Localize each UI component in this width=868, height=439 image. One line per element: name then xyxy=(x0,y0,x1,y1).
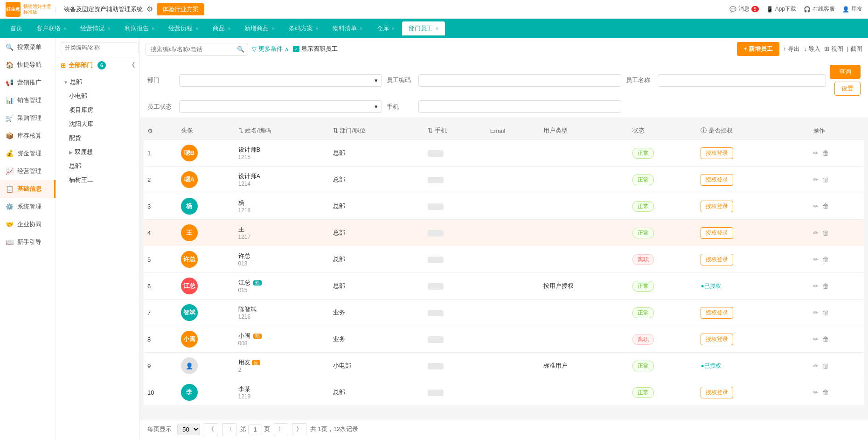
dept-node-zonbu2[interactable]: 总部 xyxy=(56,159,139,173)
sidebar-item-search[interactable]: 🔍 搜索菜单 xyxy=(0,38,56,56)
dept-node-peihuo[interactable]: 配货 xyxy=(56,131,139,145)
delete-icon[interactable]: 🗑 xyxy=(822,362,829,369)
delete-icon[interactable]: 🗑 xyxy=(822,176,829,183)
message-btn[interactable]: 💬 消息 5 xyxy=(729,5,759,13)
close-icon[interactable]: × xyxy=(195,26,198,31)
collapse-button[interactable]: 《 xyxy=(129,61,135,70)
close-icon[interactable]: × xyxy=(228,26,230,31)
edit-icon[interactable]: ✏ xyxy=(813,389,819,396)
col-settings[interactable]: ⚙ xyxy=(144,122,177,140)
tab-profit[interactable]: 利润报告 × xyxy=(118,21,161,35)
tab-add-goods[interactable]: 新增商品 × xyxy=(238,21,281,35)
sidebar-item-guide[interactable]: 📖 新手引导 xyxy=(0,233,56,251)
close-icon[interactable]: × xyxy=(436,26,438,31)
delete-icon[interactable]: 🗑 xyxy=(822,229,829,237)
page-size-select[interactable]: 50 xyxy=(177,424,200,435)
dept-select[interactable]: ▾ xyxy=(179,74,382,87)
prev-page-button[interactable]: 〈 xyxy=(222,423,236,435)
dept-node-xiaodian[interactable]: 小电部 xyxy=(56,89,139,103)
edit-icon[interactable]: ✏ xyxy=(813,282,819,290)
tab-department[interactable]: 部门员工 × xyxy=(402,21,445,35)
sidebar-item-marketing[interactable]: 📢 营销推广 xyxy=(0,74,56,91)
delete-icon[interactable]: 🗑 xyxy=(822,149,829,157)
status-select[interactable]: ▾ xyxy=(179,100,382,113)
edit-icon[interactable]: ✏ xyxy=(813,202,819,210)
delete-icon[interactable]: 🗑 xyxy=(822,282,829,290)
auth-button[interactable]: 授权登录 xyxy=(701,227,733,239)
next-page-button[interactable]: 〉 xyxy=(274,423,288,435)
close-icon[interactable]: × xyxy=(360,26,362,31)
last-page-button[interactable]: 》 xyxy=(292,423,306,435)
online-service-btn[interactable]: 🎧 在线客服 xyxy=(804,5,835,13)
auth-button[interactable]: 授权登录 xyxy=(701,254,733,265)
col-phone[interactable]: ⇅ 手机 xyxy=(424,122,486,140)
tab-barcode[interactable]: 条码方案 × xyxy=(282,21,325,35)
close-icon[interactable]: × xyxy=(271,26,274,31)
query-button[interactable]: 查询 xyxy=(830,65,861,79)
emp-name-input[interactable] xyxy=(658,74,826,87)
tab-warehouse[interactable]: 仓库 × xyxy=(370,21,401,35)
sidebar-item-sales[interactable]: 📊 销售管理 xyxy=(0,91,56,109)
auth-button[interactable]: 授权登录 xyxy=(701,174,733,186)
close-icon[interactable]: × xyxy=(152,26,154,31)
dept-node-project[interactable]: 项目库房 xyxy=(56,103,139,117)
delete-icon[interactable]: 🗑 xyxy=(822,202,829,210)
first-page-button[interactable]: 《 xyxy=(204,423,218,435)
sidebar-item-finance[interactable]: 💰 资金管理 xyxy=(0,145,56,162)
edit-icon[interactable]: ✏ xyxy=(813,229,819,237)
delete-icon[interactable]: 🗑 xyxy=(822,309,829,316)
app-download-btn[interactable]: 📱 App下载 xyxy=(766,5,796,13)
more-conditions-button[interactable]: ▽ 更多条件 ∧ xyxy=(252,45,289,53)
col-dept[interactable]: ⇅ 部门/职位 xyxy=(329,122,424,140)
import-button[interactable]: ↓ 导入 xyxy=(804,45,820,53)
settings-button[interactable]: ⚙ xyxy=(146,5,153,14)
auth-button[interactable]: 授权登录 xyxy=(701,387,733,398)
dept-node-shenyang[interactable]: 沈阳大库 xyxy=(56,117,139,131)
sidebar-item-system[interactable]: ⚙️ 系统管理 xyxy=(0,198,56,216)
tab-customer[interactable]: 客户联络 × xyxy=(30,21,73,35)
close-icon[interactable]: × xyxy=(63,26,66,31)
close-icon[interactable]: × xyxy=(392,26,395,31)
auth-button[interactable]: 授权登录 xyxy=(701,307,733,319)
delete-icon[interactable]: 🗑 xyxy=(822,389,829,396)
auth-button[interactable]: 授权登录 xyxy=(701,334,733,345)
edit-icon[interactable]: ✏ xyxy=(813,335,819,343)
dept-node-zonbu[interactable]: ▼ 总部 xyxy=(56,75,139,89)
col-name[interactable]: ⇅ 姓名/编码 xyxy=(235,122,329,140)
dept-search-input[interactable] xyxy=(61,42,139,53)
sidebar-item-nav[interactable]: 🏠 快捷导航 xyxy=(0,56,56,74)
tab-business[interactable]: 经营情况 × xyxy=(74,21,117,35)
tab-journey[interactable]: 经营历程 × xyxy=(162,21,205,35)
dept-all-button[interactable]: ⊞ 全部部门 6 《 xyxy=(56,57,139,73)
dept-node-nanshu[interactable]: 楠树王二 xyxy=(56,173,139,187)
add-employee-button[interactable]: + 新增员工 xyxy=(737,42,779,56)
sidebar-item-purchase[interactable]: 🛒 采购管理 xyxy=(0,109,56,127)
delete-icon[interactable]: 🗑 xyxy=(822,256,829,263)
dept-node-shuanglu[interactable]: ▶ 双鹿想 xyxy=(56,145,139,159)
edit-icon[interactable]: ✏ xyxy=(813,362,819,369)
edit-icon[interactable]: ✏ xyxy=(813,149,819,157)
edit-icon[interactable]: ✏ xyxy=(813,176,819,183)
sidebar-item-collab[interactable]: 🤝 企业协同 xyxy=(0,216,56,233)
screenshot-button[interactable]: | 截图 xyxy=(847,45,862,53)
show-resigned-toggle[interactable]: ✓ 显示离职员工 xyxy=(293,45,338,53)
user-menu[interactable]: 👤 用友 xyxy=(842,5,862,13)
edit-icon[interactable]: ✏ xyxy=(813,256,819,263)
auth-button[interactable]: 授权登录 xyxy=(701,201,733,212)
tab-goods[interactable]: 商品 × xyxy=(206,21,237,35)
auth-button[interactable]: 授权登录 xyxy=(701,147,733,159)
sidebar-item-operation[interactable]: 📈 经营管理 xyxy=(0,162,56,180)
emp-code-input[interactable] xyxy=(418,74,621,87)
phone-input[interactable] xyxy=(418,100,621,113)
close-icon[interactable]: × xyxy=(316,26,319,31)
export-button[interactable]: ↑ 导出 xyxy=(783,45,800,53)
sidebar-item-inventory[interactable]: 📦 库存核算 xyxy=(0,127,56,145)
view-button[interactable]: ⊞ 视图 xyxy=(824,45,843,53)
delete-icon[interactable]: 🗑 xyxy=(822,335,829,343)
reset-button[interactable]: 设置 xyxy=(834,82,861,96)
tab-bom[interactable]: 物料清单 × xyxy=(326,21,369,35)
tab-home[interactable]: 首页 xyxy=(4,21,29,35)
trial-button[interactable]: 体验行业方案 xyxy=(157,3,204,15)
close-icon[interactable]: × xyxy=(107,26,110,31)
sidebar-item-basic[interactable]: 📋 基础信息 xyxy=(0,180,56,198)
